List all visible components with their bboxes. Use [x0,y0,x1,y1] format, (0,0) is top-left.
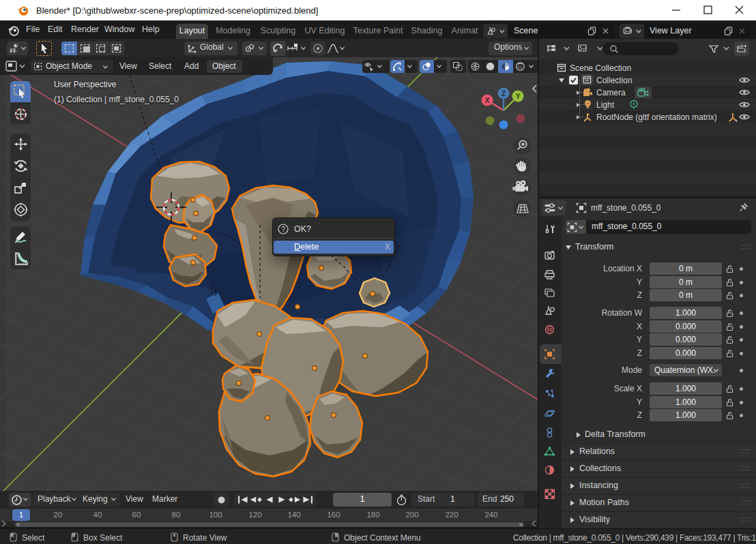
svg-text:Z: Z [501,90,506,97]
svg-text:?: ? [281,226,285,233]
svg-text:X: X [485,97,490,104]
svg-text:Y: Y [516,93,521,100]
